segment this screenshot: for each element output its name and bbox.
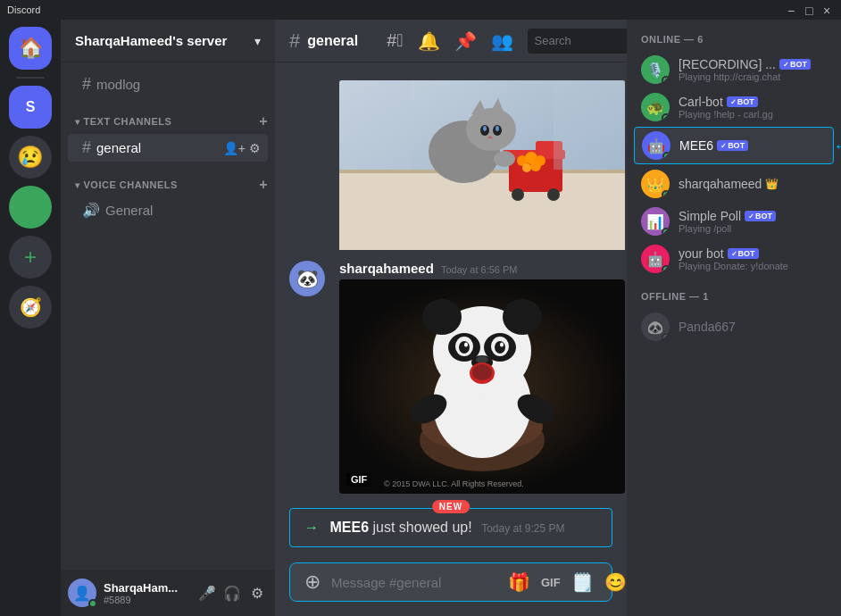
svg-point-43 — [472, 364, 492, 380]
message-author-sharqa[interactable]: sharqahameed — [339, 261, 434, 276]
minimize-button[interactable]: − — [787, 4, 798, 15]
member-status-dot — [662, 76, 670, 84]
sticker-icon[interactable]: 🗒️ — [571, 571, 594, 593]
crown-icon: 👑 — [765, 178, 779, 190]
bot-tag: ✓BOT — [728, 248, 759, 259]
explore-button[interactable]: 🧭 — [9, 286, 52, 329]
member-info: Carl-bot✓BOTPlaying !help - carl.gg — [679, 95, 827, 120]
svg-point-20 — [522, 163, 531, 172]
message-input[interactable] — [331, 575, 501, 590]
gift-icon[interactable]: 🎁 — [508, 571, 530, 593]
mee6-author-name[interactable]: MEE6 — [329, 520, 369, 535]
voice-chevron-icon: ▾ — [75, 180, 80, 190]
member-info: Simple Poll✓BOTPlaying /poll — [679, 209, 827, 234]
members-icon[interactable]: 👥 — [491, 30, 513, 52]
invite-icon[interactable]: 👤+ — [223, 141, 246, 155]
emoji-icon[interactable]: 😊 — [604, 571, 627, 593]
search-bar[interactable]: 🔍 — [528, 29, 627, 54]
cat-image-container — [339, 80, 625, 250]
settings-icon[interactable]: ⚙ — [249, 141, 261, 155]
member-status-dot — [662, 228, 670, 236]
chevron-icon: ▾ — [75, 117, 80, 127]
notifications-icon[interactable]: 🔔 — [418, 30, 440, 52]
add-server-button[interactable]: + — [9, 236, 52, 279]
member-subtext: Playing http://craig.chat — [679, 71, 827, 82]
mee6-notification: NEW → MEE6 just showed up! Today at 9:25… — [289, 508, 612, 547]
member-name: MEE6 — [679, 138, 713, 153]
close-button[interactable]: × — [823, 4, 834, 15]
member-avatar: 🤖 — [642, 131, 670, 160]
text-channels-label: TEXT CHANNELS — [84, 116, 172, 127]
channel-list: # modlog ▾ TEXT CHANNELS + # general 👤+ … — [61, 62, 275, 570]
member-info: MEE6✓BOT — [679, 138, 826, 153]
member-name: Carl-bot — [679, 95, 723, 109]
member-name: Panda667 — [679, 320, 736, 334]
channel-item-modlog[interactable]: # modlog — [68, 71, 268, 98]
server-icon-sharqa[interactable]: S — [9, 86, 52, 129]
settings-button[interactable]: ⚙ — [246, 582, 268, 604]
member-info: Panda667 — [679, 320, 827, 334]
member-info: [RECORDING] ...✓BOTPlaying http://craig.… — [679, 57, 827, 82]
member-item-carl-bot[interactable]: 🐢Carl-bot✓BOTPlaying !help - carl.gg — [634, 89, 834, 125]
member-item-panda667[interactable]: 🐼Panda667 — [634, 309, 834, 345]
mee6-message-text: just showed up! — [372, 520, 471, 535]
hash-icon: # — [82, 75, 91, 94]
add-text-channel-button[interactable]: + — [259, 113, 268, 129]
svg-point-15 — [512, 188, 524, 201]
server-icon-home[interactable]: 🏠 — [9, 27, 52, 70]
member-subtext: Playing Donate: y!donate — [679, 261, 827, 271]
pin-icon[interactable]: 📌 — [454, 30, 477, 52]
server-icon-emoji1[interactable]: 😢 — [9, 136, 52, 179]
member-status-dot — [662, 333, 670, 341]
channel-item-voice-general[interactable]: 🔊 General — [68, 197, 268, 223]
member-name: your bot — [679, 246, 724, 261]
threads-icon[interactable]: #⃣ — [387, 30, 403, 51]
member-subtext: Playing /poll — [679, 223, 827, 234]
server-sidebar: 🏠 S 😢 + 🧭 — [0, 20, 61, 616]
message-timestamp-panda: Today at 6:56 PM — [441, 264, 518, 275]
server-chevron-icon: ▾ — [254, 34, 261, 48]
member-avatar: 👑 — [641, 170, 670, 198]
member-item-simple-poll[interactable]: 📊Simple Poll✓BOTPlaying /poll — [634, 204, 834, 239]
mute-button[interactable]: 🎤 — [196, 582, 218, 604]
attach-button[interactable]: ⊕ — [304, 570, 321, 594]
user-bar: 👤 SharqaHam... #5889 🎤 🎧 ⚙ — [61, 570, 275, 616]
header-actions: #⃣ 🔔 📌 👥 🔍 📥 ❓ — [387, 29, 627, 54]
svg-point-9 — [483, 126, 487, 131]
deafen-button[interactable]: 🎧 — [221, 582, 243, 604]
member-item-[recording]-...[interactable]: 🎙️[RECORDING] ...✓BOTPlaying http://crai… — [634, 52, 834, 87]
member-avatar: 🤖 — [641, 245, 670, 273]
channel-header: # general #⃣ 🔔 📌 👥 🔍 📥 ❓ — [275, 20, 627, 62]
add-voice-channel-button[interactable]: + — [259, 177, 268, 193]
new-badge: NEW — [432, 500, 470, 513]
server-header[interactable]: SharqaHameed's server ▾ — [61, 20, 275, 62]
user-name: SharqaHam... — [104, 581, 189, 595]
mee6-arrow-icon: → — [304, 520, 319, 535]
svg-point-21 — [530, 161, 541, 171]
panda-image[interactable]: © 2015 DWA LLC. All Rights Reserved. — [339, 279, 625, 494]
maximize-button[interactable]: □ — [805, 4, 816, 15]
channel-item-general[interactable]: # general 👤+ ⚙ — [68, 134, 268, 162]
member-item-sharqahameed[interactable]: 👑sharqahameed👑 — [634, 166, 834, 202]
user-discriminator: #5889 — [104, 595, 189, 605]
server-name: SharqaHameed's server — [75, 33, 227, 48]
server-icon-emoji2[interactable] — [9, 186, 52, 229]
member-item-your-bot[interactable]: 🤖your bot✓BOTPlaying Donate: y!donate — [634, 241, 834, 277]
member-item-mee6[interactable]: 🤖MEE6✓BOT← — [634, 127, 834, 164]
message-input-box: ⊕ 🎁 GIF 🗒️ 😊 — [289, 562, 612, 602]
voice-channels-header[interactable]: ▾ VOICE CHANNELS + — [61, 162, 275, 196]
gif-button[interactable]: GIF — [541, 576, 561, 589]
member-status-dot — [662, 113, 670, 121]
search-input[interactable] — [535, 34, 627, 47]
online-section-header: ONLINE — 6 — [634, 34, 834, 45]
svg-point-16 — [547, 188, 560, 201]
online-members-list: 🎙️[RECORDING] ...✓BOTPlaying http://crai… — [634, 52, 834, 277]
member-avatar: 🐢 — [641, 93, 670, 121]
author-avatar-sharqa[interactable]: 🐼 — [289, 261, 325, 296]
user-avatar[interactable]: 👤 — [68, 579, 96, 607]
text-channels-header[interactable]: ▾ TEXT CHANNELS + — [61, 99, 275, 133]
message-input-area: ⊕ 🎁 GIF 🗒️ 😊 — [275, 562, 627, 616]
svg-point-4 — [466, 108, 516, 151]
channel-header-name: general — [307, 33, 358, 49]
main-content: # general #⃣ 🔔 📌 👥 🔍 📥 ❓ — [275, 20, 627, 616]
